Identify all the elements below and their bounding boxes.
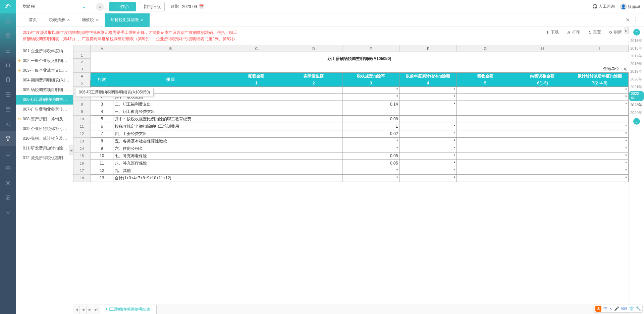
tab-close-icon[interactable]: ✕ xyxy=(67,18,70,22)
cell[interactable]: * xyxy=(399,174,457,182)
col-hdr-G[interactable]: G xyxy=(457,45,514,52)
cell[interactable] xyxy=(457,174,514,182)
cell[interactable] xyxy=(457,86,514,93)
cell[interactable]: 二、职工福利费支出 xyxy=(113,101,228,108)
nav-clipboard-icon[interactable] xyxy=(0,72,16,87)
nav-doc-icon[interactable] xyxy=(0,28,16,43)
cell[interactable]: * xyxy=(571,145,629,152)
cell[interactable]: * xyxy=(342,93,399,101)
nav-chart-icon[interactable] xyxy=(0,43,16,58)
ime-lang[interactable]: 中 xyxy=(603,306,607,312)
year-down-arrow[interactable]: ⌄ xyxy=(633,118,640,125)
cell[interactable]: * xyxy=(571,137,629,145)
cell[interactable] xyxy=(228,115,285,123)
nav-tax-icon[interactable] xyxy=(0,131,16,146)
cell[interactable]: * xyxy=(399,123,457,130)
year-2022年[interactable]: 2022年 xyxy=(629,91,644,101)
col-hdr-E[interactable]: E xyxy=(342,45,399,52)
cell[interactable]: * xyxy=(399,152,457,160)
nav-image-icon[interactable] xyxy=(0,117,16,131)
cell[interactable] xyxy=(228,108,285,115)
col-hdr-C[interactable]: C xyxy=(228,45,285,52)
cell[interactable]: * xyxy=(571,86,629,93)
cell[interactable] xyxy=(285,123,342,130)
cell[interactable]: * xyxy=(399,93,457,101)
cell[interactable] xyxy=(228,145,285,152)
cell[interactable] xyxy=(457,152,514,160)
tab-close-icon[interactable]: ✕ xyxy=(141,18,144,22)
right-expand-handle[interactable]: ▶ xyxy=(624,27,629,34)
cell[interactable]: 12 xyxy=(91,167,113,174)
cell[interactable]: * xyxy=(571,123,629,130)
cell[interactable] xyxy=(457,145,514,152)
col-hdr-I[interactable]: I xyxy=(571,45,629,52)
year-2021年[interactable]: 2021年 xyxy=(629,83,644,91)
form-item-2[interactable]: ⊘003-一般企业成本支出明细... xyxy=(16,66,73,75)
cell[interactable]: 3 xyxy=(91,101,113,108)
cell[interactable] xyxy=(514,108,571,115)
cell[interactable]: 10 xyxy=(91,152,113,160)
nav-money-icon[interactable] xyxy=(0,58,16,72)
col-hdr-D[interactable]: D xyxy=(285,45,342,52)
cell[interactable] xyxy=(571,115,629,123)
form-item-6[interactable]: 007-广告费和业务宣传费跨... xyxy=(16,105,73,114)
cell[interactable] xyxy=(285,152,342,160)
cell[interactable] xyxy=(399,115,457,123)
cell[interactable] xyxy=(514,152,571,160)
nav-home-icon[interactable] xyxy=(0,13,16,28)
tab-3[interactable]: 所得税汇算清缴✕ xyxy=(105,13,150,27)
cell[interactable]: 九、其他 xyxy=(113,167,228,174)
year-2019年[interactable]: 2019年 xyxy=(629,68,644,75)
cell[interactable]: * xyxy=(399,130,457,137)
col-hdr-B[interactable]: B xyxy=(113,45,228,52)
cell[interactable]: 六、住房公积金 xyxy=(113,145,228,152)
refresh-button[interactable]: ⟳ 刷新 xyxy=(609,29,622,35)
cell[interactable]: * xyxy=(342,145,399,152)
ime-keyboard-icon[interactable]: ⌨ xyxy=(621,306,627,311)
form-item-7[interactable]: ⊘008-资产折旧、摊销及纳税... xyxy=(16,114,73,124)
cell[interactable] xyxy=(228,130,285,137)
col-hdr-A[interactable]: A xyxy=(91,45,113,52)
cell[interactable]: 0.05 xyxy=(342,152,399,160)
sheet-nav-prev[interactable]: ◀ xyxy=(80,306,87,314)
ime-tool-icon[interactable]: 🔧 xyxy=(636,306,641,311)
cell[interactable]: 其中：按税收规定比例扣除的职工教育经费 xyxy=(113,115,228,123)
print-button[interactable]: 🖨 打印 xyxy=(567,29,580,35)
year-2015年[interactable]: 2015年 xyxy=(629,37,644,45)
cell[interactable]: 四、工会经费支出 xyxy=(113,130,228,137)
cell[interactable]: 合计(1+3+4+7+8+9+10+11+12) xyxy=(113,174,228,182)
period-value[interactable]: 2023-09 xyxy=(182,4,197,9)
ime-voice-icon[interactable]: 🎤 xyxy=(614,306,619,311)
consult-link[interactable]: 🎧 人工咨询 xyxy=(592,4,614,9)
cell[interactable]: 0.14 xyxy=(342,101,399,108)
cell[interactable] xyxy=(342,108,399,115)
calendar-icon[interactable]: 📅 xyxy=(199,4,204,9)
cell[interactable]: * xyxy=(571,160,629,167)
cell[interactable]: * xyxy=(342,167,399,174)
year-2018年[interactable]: 2018年 xyxy=(629,60,644,68)
cell[interactable] xyxy=(514,123,571,130)
cell[interactable] xyxy=(571,108,629,115)
switch-old-button[interactable]: 切到旧版 xyxy=(140,2,165,11)
close-all-icon[interactable]: ✕ xyxy=(626,17,630,23)
cell[interactable] xyxy=(228,101,285,108)
reset-button[interactable]: ↻ 重置 xyxy=(588,29,601,35)
cell[interactable]: * xyxy=(571,130,629,137)
cell[interactable]: 7 xyxy=(91,130,113,137)
sheet-nav-first[interactable]: |◀ xyxy=(73,306,80,314)
cell[interactable] xyxy=(514,130,571,137)
ime-logo-icon[interactable]: S xyxy=(595,306,601,312)
cell[interactable]: 1 xyxy=(342,123,399,130)
nav-settings-icon[interactable] xyxy=(0,176,16,190)
cell[interactable]: * xyxy=(571,152,629,160)
year-2024年[interactable]: 2024年 xyxy=(629,109,644,117)
cell[interactable] xyxy=(399,108,457,115)
nav-template-icon[interactable] xyxy=(0,102,16,117)
cell[interactable] xyxy=(228,174,285,182)
cell[interactable] xyxy=(285,101,342,108)
cell[interactable] xyxy=(457,101,514,108)
cell[interactable] xyxy=(457,93,514,101)
cell[interactable]: 0.08 xyxy=(342,115,399,123)
cell[interactable] xyxy=(514,115,571,123)
cell[interactable] xyxy=(285,108,342,115)
